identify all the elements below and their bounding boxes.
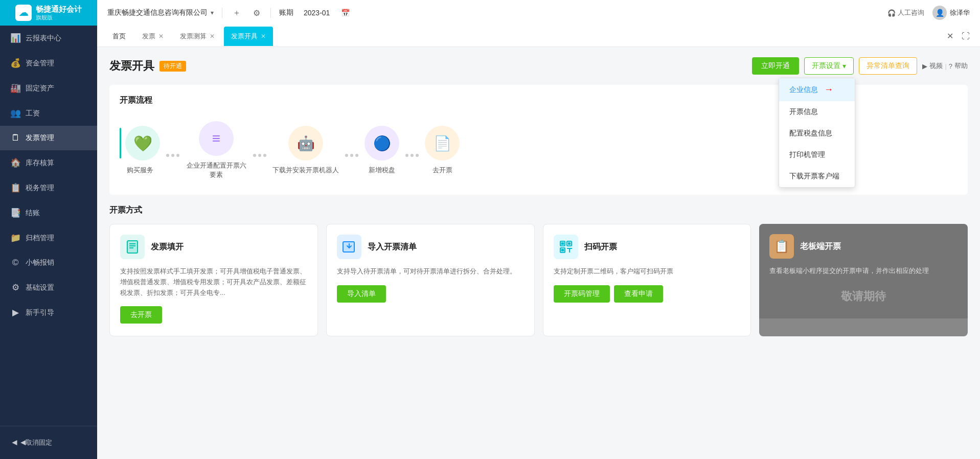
flow-step-4: 🔵 新增税盘 [364,126,399,175]
method1-btn[interactable]: 去开票 [120,306,162,324]
sidebar-item-report-sales[interactable]: © 小畅报销 [0,250,97,275]
payroll-icon: 👥 [10,108,20,119]
sidebar-item-label-payroll: 工资 [26,109,40,118]
dropdown-invoice-info-label: 开票信息 [789,107,818,117]
step3-label: 下载并安装开票机器人 [272,166,339,175]
tab-invoice-calc-close[interactable]: ✕ [210,33,215,40]
sidebar-item-new-guide[interactable]: ▶ 新手引导 [0,300,97,325]
dropdown-item-printer[interactable]: 打印机管理 [779,144,855,166]
top-nav: 重庆畅捷交通信息咨询有限公司 ▾ ＋ ⚙ 账期 2023-01 📅 [97,0,877,26]
connector-3 [339,144,364,157]
method3-title: 扫码开票 [584,242,617,253]
sidebar-item-label-settlement: 结账 [26,209,40,218]
company-name: 重庆畅捷交通信息咨询有限公司 [107,8,208,17]
user-avatar: 👤 [932,6,947,20]
company-selector[interactable]: 重庆畅捷交通信息咨询有限公司 ▾ [107,8,214,17]
company-dropdown-icon[interactable]: ▾ [211,9,214,16]
page-content: 发票开具 待开通 立即开通 开票设置 ▾ 异常清单查询 ▶ 视频 | ? [97,47,980,459]
support-button[interactable]: 🎧 人工咨询 [887,8,924,17]
svg-rect-11 [568,242,571,245]
calendar-icon[interactable]: 📅 [341,9,350,17]
logo-area: ☁ 畅捷通好会计 旗舰版 [0,0,97,26]
sidebar-item-label-fixed-assets: 固定资产 [26,84,54,93]
new-guide-icon: ▶ [10,307,20,318]
svg-rect-0 [127,241,138,253]
close-window-icon[interactable]: ✕ [945,29,955,43]
activate-button[interactable]: 立即开通 [752,57,799,75]
step1-label: 购买服务 [127,166,153,175]
tab-invoice[interactable]: 发票 ✕ [135,27,171,46]
method3-btn1[interactable]: 开票码管理 [554,285,610,303]
sidebar-item-invoice-mgmt[interactable]: 🗒 发票管理 [0,126,97,150]
method1-title: 发票填开 [151,242,184,253]
settings-icon[interactable]: ⚙ [251,6,262,20]
sidebar-item-cloud-report[interactable]: 📊 云报表中心 [0,26,97,51]
sidebar-item-settlement[interactable]: 📑 结账 [0,200,97,225]
report-sales-icon: © [10,258,20,268]
method2-title: 导入开票清单 [368,242,417,253]
tax-mgmt-icon: 📋 [10,182,20,193]
sidebar-item-fund-mgmt[interactable]: 💰 资金管理 [0,51,97,76]
settings-dropdown-menu: 企业信息 → 开票信息 配置税盘信息 打印机管理 下 [779,78,855,188]
page-header: 发票开具 待开通 立即开通 开票设置 ▾ 异常清单查询 ▶ 视频 | ? [109,57,968,75]
method1-desc: 支持按照发票样式手工填开发票；可开具增值税电子普通发票、增值税普通发票、增值税专… [120,266,307,298]
sidebar-item-fixed-assets[interactable]: 🏭 固定资产 [0,76,97,101]
sidebar-item-tax-mgmt[interactable]: 📋 税务管理 [0,175,97,200]
settings-button-label: 开票设置 [812,61,840,71]
connector-1 [160,144,186,157]
settings-button[interactable]: 开票设置 ▾ [804,57,854,75]
logo-text-area: 畅捷通好会计 旗舰版 [36,5,82,21]
tab-invoice-close[interactable]: ✕ [158,33,164,40]
exception-button[interactable]: 异常清单查询 [859,57,917,75]
method3-btn2[interactable]: 查看申请 [614,285,663,303]
dropdown-item-download-client[interactable]: 下载开票客户端 [779,166,855,187]
inventory-icon: 🏠 [10,157,20,168]
period-label: 账期 [279,8,293,17]
top-right: 🎧 人工咨询 👤 徐泽华 [877,0,980,26]
settlement-icon: 📑 [10,208,20,218]
video-label[interactable]: 视频 [929,61,943,71]
method1-header: 发票填开 [120,235,307,259]
support-label: 人工咨询 [898,8,924,17]
method2-btn[interactable]: 导入清单 [337,285,386,303]
tab-bar: 首页 发票 ✕ 发票测算 ✕ 发票开具 ✕ ✕ ⛶ [97,26,980,47]
tab-invoice-issue-close[interactable]: ✕ [261,33,266,40]
sidebar-item-payroll[interactable]: 👥 工资 [0,101,97,126]
dropdown-item-tax-disk[interactable]: 配置税盘信息 [779,123,855,144]
tab-home[interactable]: 首页 [105,27,133,46]
dropdown-tax-disk-label: 配置税盘信息 [789,129,832,138]
app-logo-icon: ☁ [15,5,32,21]
tab-invoice-calc[interactable]: 发票测算 ✕ [173,27,222,46]
coming-soon-text: 敬请期待 [769,285,958,308]
sidebar-item-inventory[interactable]: 🏠 库存核算 [0,150,97,175]
svg-rect-13 [567,248,572,249]
sidebar-item-label-invoice-mgmt: 发票管理 [26,133,54,143]
fixed-assets-icon: 🏭 [10,83,20,94]
step2-icon: ≡ [199,121,234,156]
expand-window-icon[interactable]: ⛶ [960,30,972,43]
svg-rect-10 [561,242,564,245]
dropdown-item-company-info[interactable]: 企业信息 → [779,78,855,101]
dropdown-download-label: 下载开票客户端 [789,172,839,181]
tab-invoice-issue[interactable]: 发票开具 ✕ [224,27,273,46]
sidebar-items: 📊 云报表中心 💰 资金管理 🏭 固定资产 👥 工资 🗒 发票管理 🏠 库存核算… [0,26,97,325]
sidebar-item-archive[interactable]: 📁 归档管理 [0,225,97,250]
sidebar-item-cancel-fixed[interactable]: ◄◄ 取消固定 [0,432,97,453]
sidebar-item-label-fund-mgmt: 资金管理 [26,59,54,68]
dropdown-item-invoice-info[interactable]: 开票信息 [779,101,855,123]
app-edition: 旗舰版 [36,14,82,21]
add-icon[interactable]: ＋ [231,6,243,20]
method-scan-invoice: 扫码开票 支持定制开票二维码，客户端可扫码开票 开票码管理 查看申请 [543,224,751,336]
dropdown-company-info-label: 企业信息 [789,85,818,95]
content-area: 首页 发票 ✕ 发票测算 ✕ 发票开具 ✕ ✕ ⛶ [97,26,980,459]
svg-rect-12 [561,249,564,251]
settings-dropdown-arrow: ▾ [842,62,846,70]
method4-content: 📋 老板端开票 查看老板端小程序提交的开票申请，并作出相应的处理 敬请期待 [759,224,968,318]
help-label[interactable]: 帮助 [954,61,968,71]
user-area[interactable]: 👤 徐泽华 [932,6,970,20]
sidebar-item-label-archive: 归档管理 [26,234,54,243]
svg-rect-14 [569,249,570,253]
method4-desc: 查看老板端小程序提交的开票申请，并作出相应的处理 [769,266,958,277]
sidebar-scroll: 📊 云报表中心 💰 资金管理 🏭 固定资产 👥 工资 🗒 发票管理 🏠 库存核算… [0,26,97,426]
sidebar-item-basic-settings[interactable]: ⚙ 基础设置 [0,275,97,300]
